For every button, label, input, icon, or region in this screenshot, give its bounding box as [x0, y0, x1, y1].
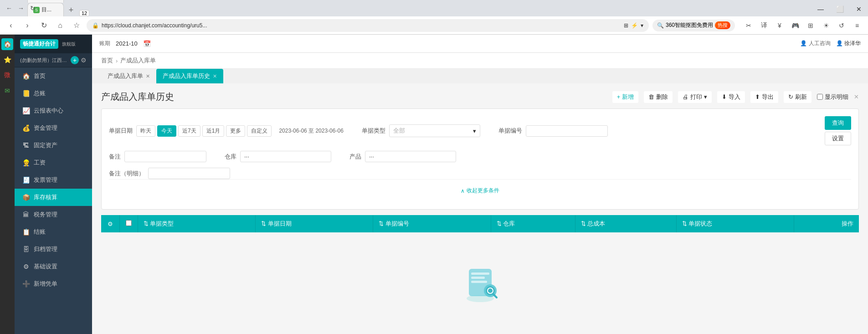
- detail-note-input[interactable]: [148, 168, 230, 179]
- sidebar-item-archive[interactable]: 🗄归档管理: [15, 241, 92, 258]
- warehouse-more-icon: ···: [244, 153, 249, 160]
- settings-btn[interactable]: 设置: [825, 132, 851, 145]
- company-settings-icon[interactable]: ⚙: [81, 57, 87, 64]
- print-btn[interactable]: 🖨 打印 ▾: [678, 91, 712, 103]
- date-btn-近1月[interactable]: 近1月: [202, 125, 225, 137]
- date-btn-今天[interactable]: 今天: [157, 125, 176, 137]
- empty-icon: [457, 260, 503, 305]
- undo-icon[interactable]: ↺: [835, 19, 848, 32]
- tab-counter[interactable]: 12: [79, 10, 89, 16]
- sidebar-item-tax[interactable]: 🏛税务管理: [15, 206, 92, 223]
- icon-sidebar-chat[interactable]: 微: [1, 69, 13, 81]
- person-icon: 👤: [800, 40, 807, 46]
- period-value[interactable]: 2021-10: [116, 40, 138, 47]
- icon-sidebar-star[interactable]: ⭐: [1, 54, 13, 66]
- page-tab-list[interactable]: 产成品入库单✕: [101, 69, 156, 83]
- sidebar-item-funds[interactable]: 💰资金管理: [15, 119, 92, 137]
- warehouse-select[interactable]: ···: [240, 151, 331, 162]
- url-box[interactable]: 🔒 https://cloud.chanjet.com/accounting/u…: [87, 19, 649, 32]
- product-select[interactable]: ···: [365, 151, 456, 162]
- minimize-btn[interactable]: —: [812, 2, 830, 16]
- nav-forward[interactable]: ›: [21, 19, 34, 32]
- show-detail-toggle[interactable]: 显示明细: [817, 93, 848, 101]
- theme-icon[interactable]: ☀: [820, 19, 832, 32]
- number-input[interactable]: [526, 125, 608, 137]
- grid-icon[interactable]: ⊞: [804, 19, 817, 32]
- sidebar-item-invoice[interactable]: 🧾发票管理: [15, 171, 92, 189]
- add-btn[interactable]: + 新增: [612, 91, 638, 103]
- date-label: 单据日期: [109, 127, 133, 135]
- url-dropdown-icon[interactable]: ▾: [641, 22, 643, 29]
- game-icon[interactable]: 🎮: [789, 19, 801, 32]
- currency-icon[interactable]: ¥: [773, 19, 786, 32]
- nav-home[interactable]: ⌂: [54, 19, 67, 32]
- reload-btn[interactable]: ↻: [27, 3, 38, 14]
- menu-icon[interactable]: ≡: [851, 19, 863, 32]
- user-service[interactable]: 👤 人工咨询: [800, 40, 830, 47]
- th-type[interactable]: ⇅ 单据类型: [138, 215, 255, 232]
- sidebar-item-reports[interactable]: 📈云报表中心: [15, 102, 92, 119]
- collapse-bar: ∧ 收起更多条件: [109, 179, 851, 202]
- breadcrumb-list[interactable]: 产成品入库单: [120, 57, 156, 65]
- date-btn-昨天[interactable]: 昨天: [136, 125, 155, 137]
- sidebar-item-fixed[interactable]: 🏗固定资产: [15, 137, 92, 154]
- search-box[interactable]: 🔍 360智能抠图免费用 热搜: [652, 20, 735, 31]
- icon-sidebar-mail[interactable]: ✉: [1, 85, 13, 97]
- sort-icon: ⇅: [144, 220, 149, 227]
- select-all-checkbox[interactable]: [126, 220, 132, 226]
- panel-close-icon[interactable]: ✕: [854, 93, 859, 100]
- page-tab-history[interactable]: 产成品入库单历史✕: [156, 69, 223, 83]
- nav-favorite[interactable]: ☆: [70, 19, 83, 32]
- sidebar-item-settle[interactable]: 📋结账: [15, 223, 92, 241]
- th-date[interactable]: ⇅ 单据日期: [255, 215, 373, 232]
- th-actions[interactable]: 操作: [794, 215, 859, 232]
- calendar-icon[interactable]: 📅: [143, 40, 151, 47]
- scissors-icon[interactable]: ✂: [742, 19, 755, 32]
- show-detail-checkbox[interactable]: [817, 94, 823, 100]
- query-btn[interactable]: 查询: [825, 116, 851, 130]
- maximize-btn[interactable]: ⬜: [831, 2, 849, 16]
- tab-close-icon[interactable]: ✕: [146, 73, 150, 79]
- warehouse-label: 仓库: [225, 153, 236, 161]
- type-select[interactable]: 全部 ▾: [389, 124, 480, 137]
- gear-icon[interactable]: ⚙: [108, 221, 113, 227]
- forward-btn[interactable]: →: [15, 3, 26, 14]
- note-input[interactable]: [124, 151, 206, 162]
- export-btn[interactable]: ⬆ 导出: [750, 91, 778, 103]
- tab-close-icon[interactable]: ✕: [213, 73, 217, 79]
- new-tab-btn[interactable]: +: [65, 4, 77, 16]
- table-wrapper: ⚙⇅ 单据类型⇅ 单据日期⇅ 单据编号⇅ 仓库⇅ 总成本⇅ 单据状态操作: [101, 215, 859, 232]
- sidebar-item-ledger[interactable]: 📒总账: [15, 85, 92, 102]
- page-title: 产成品入库单历史: [101, 91, 174, 103]
- date-btn-更多[interactable]: 更多: [226, 125, 245, 137]
- sidebar-item-newbill[interactable]: ➕新增凭单: [15, 275, 92, 293]
- th-checkbox[interactable]: [119, 215, 138, 232]
- breadcrumb-home[interactable]: 首页: [101, 57, 113, 65]
- icon-sidebar-home[interactable]: 🏠: [1, 38, 13, 50]
- refresh-btn[interactable]: ↻ 刷新: [784, 91, 812, 103]
- collapse-btn[interactable]: ∧ 收起更多条件: [461, 187, 499, 195]
- th-warehouse[interactable]: ⇅ 仓库: [491, 215, 575, 232]
- date-btn-近7天[interactable]: 近7天: [178, 125, 200, 137]
- date-btn-自定义[interactable]: 自定义: [247, 125, 272, 137]
- nav-refresh[interactable]: ↻: [37, 19, 50, 32]
- close-btn[interactable]: ✕: [850, 2, 868, 16]
- title-row: 产成品入库单历史 + 新增 🗑 删除 🖨 打印 ▾: [101, 91, 859, 103]
- sidebar-item-payroll[interactable]: 👷工资: [15, 154, 92, 171]
- sidebar-item-basics[interactable]: ⚙基础设置: [15, 258, 92, 275]
- import-btn[interactable]: ⬇ 导入: [717, 91, 745, 103]
- sidebar-item-inventory[interactable]: 📦库存核算: [15, 189, 92, 206]
- th-number[interactable]: ⇅ 单据编号: [373, 215, 491, 232]
- company-selector[interactable]: (勿删勿禁用）江西服宝测试专用: [20, 57, 69, 64]
- th-total_cost[interactable]: ⇅ 总成本: [575, 215, 676, 232]
- sidebar-item-home[interactable]: 🏠首页: [15, 67, 92, 85]
- back-btn[interactable]: ←: [4, 3, 15, 14]
- nav-icon-ledger: 📒: [22, 90, 30, 97]
- th-settings[interactable]: ⚙: [101, 215, 119, 232]
- nav-back[interactable]: ‹: [5, 19, 17, 32]
- th-status[interactable]: ⇅ 单据状态: [676, 215, 794, 232]
- translate-icon[interactable]: 译: [758, 19, 770, 32]
- add-company-btn[interactable]: +: [71, 56, 79, 64]
- delete-btn[interactable]: 🗑 删除: [644, 91, 673, 103]
- product-field: 产品 ···: [349, 151, 456, 162]
